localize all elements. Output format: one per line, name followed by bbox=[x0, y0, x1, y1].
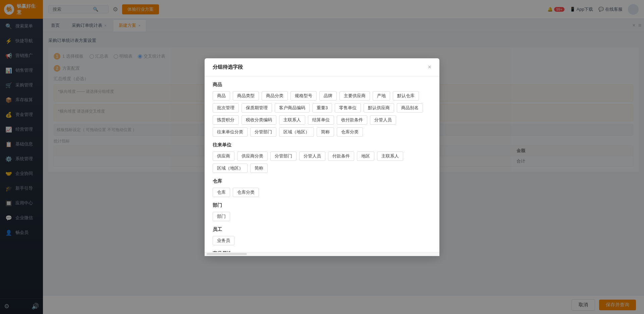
field-tag-product-15[interactable]: 拣货积分 bbox=[213, 115, 239, 125]
modal-horizontal-scrollbar[interactable] bbox=[205, 252, 439, 256]
field-tag-product-1[interactable]: 商品类型 bbox=[233, 91, 259, 101]
field-tag-product-5[interactable]: 主要供应商 bbox=[339, 91, 370, 101]
field-tag-counterpart-4[interactable]: 付款条件 bbox=[328, 151, 354, 161]
modal-body[interactable]: 商品商品商品类型商品分类规格型号品牌主要供应商产地默认仓库批次管理保质期管理客户… bbox=[205, 76, 439, 252]
section-title-employee: 员工 bbox=[213, 227, 431, 233]
field-tag-product-22[interactable]: 分管部门 bbox=[250, 127, 276, 137]
field-tag-product-14[interactable]: 商品别名 bbox=[397, 103, 423, 113]
modal-close-button[interactable]: × bbox=[428, 64, 431, 71]
field-tag-department-0[interactable]: 部门 bbox=[213, 212, 230, 221]
section-title-department: 部门 bbox=[213, 202, 431, 208]
field-tag-counterpart-3[interactable]: 分管人员 bbox=[299, 151, 325, 161]
field-tag-product-12[interactable]: 零售单位 bbox=[335, 103, 361, 113]
section-product: 商品商品商品类型商品分类规格型号品牌主要供应商产地默认仓库批次管理保质期管理客户… bbox=[213, 82, 431, 137]
field-tag-product-13[interactable]: 默认供应商 bbox=[364, 103, 394, 113]
field-tag-product-8[interactable]: 批次管理 bbox=[213, 103, 239, 113]
section-employee: 员工业务员 bbox=[213, 227, 431, 245]
scrollbar-thumb bbox=[207, 253, 247, 255]
field-tag-product-4[interactable]: 品牌 bbox=[319, 91, 337, 101]
field-tag-product-2[interactable]: 商品分类 bbox=[262, 91, 288, 101]
field-tags-warehouse: 仓库仓库分类 bbox=[213, 188, 431, 197]
field-tag-product-24[interactable]: 简称 bbox=[317, 127, 334, 137]
field-tags-employee: 业务员 bbox=[213, 236, 431, 245]
field-tag-product-16[interactable]: 税收分类编码 bbox=[241, 115, 276, 125]
field-tag-product-3[interactable]: 规格型号 bbox=[290, 91, 317, 101]
section-title-product: 商品 bbox=[213, 82, 431, 88]
field-tag-counterpart-0[interactable]: 供应商 bbox=[213, 151, 234, 161]
field-tag-warehouse-1[interactable]: 仓库分类 bbox=[233, 188, 259, 197]
modal-dialog: 分组待选字段 × 商品商品商品类型商品分类规格型号品牌主要供应商产地默认仓库批次… bbox=[205, 58, 439, 256]
field-tag-product-23[interactable]: 区域（地区） bbox=[279, 127, 314, 137]
modal-title: 分组待选字段 bbox=[213, 64, 243, 70]
field-tag-warehouse-0[interactable]: 仓库 bbox=[213, 188, 230, 197]
field-tag-product-0[interactable]: 商品 bbox=[213, 91, 230, 101]
section-warehouse: 仓库仓库仓库分类 bbox=[213, 178, 431, 197]
field-tag-counterpart-1[interactable]: 供应商分类 bbox=[237, 151, 268, 161]
field-tag-product-18[interactable]: 结算单位 bbox=[308, 115, 334, 125]
modal-overlay: 分组待选字段 × 商品商品商品类型商品分类规格型号品牌主要供应商产地默认仓库批次… bbox=[0, 0, 644, 314]
field-tag-product-21[interactable]: 往来单位分类 bbox=[213, 127, 248, 137]
field-tag-employee-0[interactable]: 业务员 bbox=[213, 236, 234, 245]
field-tag-product-19[interactable]: 收付款条件 bbox=[337, 115, 367, 125]
section-department: 部门部门 bbox=[213, 202, 431, 221]
field-tag-product-9[interactable]: 保质期管理 bbox=[241, 103, 272, 113]
field-tag-counterpart-6[interactable]: 主联系人 bbox=[377, 151, 403, 161]
field-tags-department: 部门 bbox=[213, 212, 431, 221]
field-tag-product-17[interactable]: 主联系人 bbox=[279, 115, 305, 125]
field-tag-product-20[interactable]: 分管人员 bbox=[370, 115, 396, 125]
field-tag-product-11[interactable]: 重量3 bbox=[312, 103, 332, 113]
field-tags-product: 商品商品类型商品分类规格型号品牌主要供应商产地默认仓库批次管理保质期管理客户商品… bbox=[213, 91, 431, 137]
field-tag-product-6[interactable]: 产地 bbox=[373, 91, 390, 101]
modal-header: 分组待选字段 × bbox=[205, 58, 439, 76]
field-tag-product-25[interactable]: 仓库分类 bbox=[337, 127, 363, 137]
field-tag-counterpart-8[interactable]: 简称 bbox=[250, 164, 268, 173]
section-counterpart: 往来单位供应商供应商分类分管部门分管人员付款条件地区主联系人区域（地区）简称 bbox=[213, 142, 431, 173]
field-tag-product-7[interactable]: 默认仓库 bbox=[393, 91, 419, 101]
field-tag-counterpart-7[interactable]: 区域（地区） bbox=[213, 164, 248, 173]
section-title-warehouse: 仓库 bbox=[213, 178, 431, 184]
section-title-counterpart: 往来单位 bbox=[213, 142, 431, 148]
field-tag-counterpart-5[interactable]: 地区 bbox=[357, 151, 374, 161]
field-tag-product-10[interactable]: 客户商品编码 bbox=[275, 103, 310, 113]
field-tag-counterpart-2[interactable]: 分管部门 bbox=[270, 151, 297, 161]
field-tags-counterpart: 供应商供应商分类分管部门分管人员付款条件地区主联系人区域（地区）简称 bbox=[213, 151, 431, 173]
